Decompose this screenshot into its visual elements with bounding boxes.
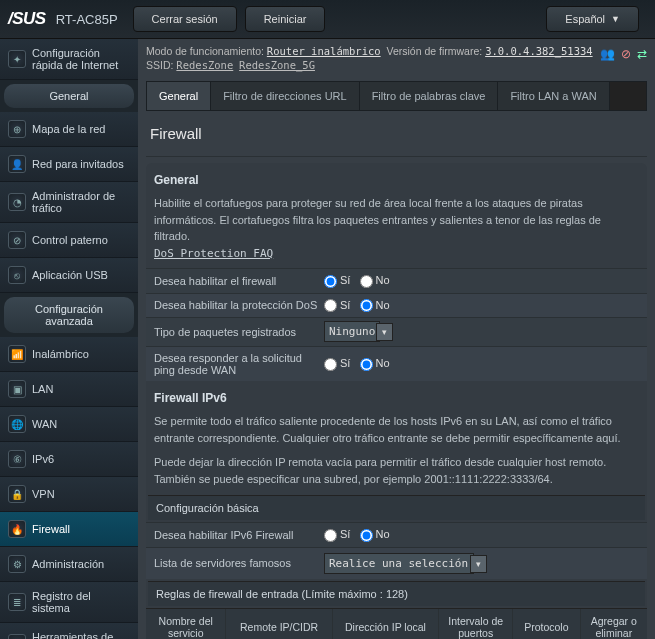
packet-type-label: Tipo de paquetes registrados	[154, 326, 324, 338]
inbound-rules-heading: Reglas de firewall de entrada (Límite má…	[148, 581, 645, 606]
col-protocol: Protocolo	[513, 609, 580, 639]
usb-icon: ⎋	[8, 266, 26, 284]
tab-lan-wan-filter[interactable]: Filtro LAN a WAN	[498, 82, 609, 110]
enable-dos-no[interactable]	[360, 299, 373, 312]
logout-button[interactable]: Cerrar sesión	[133, 6, 237, 32]
log-icon: ≣	[8, 593, 26, 611]
chevron-down-icon[interactable]: ▾	[470, 555, 487, 573]
mode-link[interactable]: Router inalámbrico	[267, 45, 381, 57]
tab-url-filter[interactable]: Filtro de direcciones URL	[211, 82, 360, 110]
map-icon: ⊕	[8, 120, 26, 138]
status-icon-3[interactable]: ⇄	[637, 47, 647, 61]
ipv6fw-yes[interactable]	[324, 529, 337, 542]
ipv6-icon: ⑥	[8, 450, 26, 468]
tab-general[interactable]: General	[147, 82, 211, 110]
vpn-icon: 🔒	[8, 485, 26, 503]
sidebar-item-wan[interactable]: 🌐WAN	[0, 407, 138, 442]
sidebar-item-usb-app[interactable]: ⎋Aplicación USB	[0, 258, 138, 293]
ping-response-label: Desea responder a la solicitud ping desd…	[154, 352, 324, 376]
wan-icon: 🌐	[8, 415, 26, 433]
general-description: Habilite el cortafuegos para proteger su…	[146, 193, 647, 268]
sidebar-item-ipv6[interactable]: ⑥IPv6	[0, 442, 138, 477]
ipv6-description-2: Puede dejar la dirección IP remota vacía…	[146, 452, 647, 493]
ipv6-fw-heading: Firewall IPv6	[146, 381, 647, 411]
sidebar-header-general: General	[4, 84, 134, 108]
wifi-icon: 📶	[8, 345, 26, 363]
enable-firewall-label: Desea habilitar el firewall	[154, 275, 324, 287]
brand-logo: /SUS	[8, 9, 46, 29]
page-title: Firewall	[146, 111, 647, 157]
sidebar: ✦Configuración rápida de Internet Genera…	[0, 39, 138, 639]
sidebar-item-net-tools[interactable]: ✎Herramientas de red	[0, 623, 138, 639]
sidebar-item-firewall[interactable]: 🔥Firewall	[0, 512, 138, 547]
status-icon-2[interactable]: ⊘	[621, 47, 631, 61]
sidebar-item-network-map[interactable]: ⊕Mapa de la red	[0, 112, 138, 147]
sidebar-item-parental[interactable]: ⊘Control paterno	[0, 223, 138, 258]
lan-icon: ▣	[8, 380, 26, 398]
tab-keyword-filter[interactable]: Filtro de palabras clave	[360, 82, 499, 110]
gear-icon: ⚙	[8, 555, 26, 573]
ipv6fw-no[interactable]	[360, 529, 373, 542]
famous-servers-select[interactable]: Realice una selección	[324, 553, 474, 574]
basic-config-heading: Configuración básica	[148, 495, 645, 520]
language-label: Español	[565, 13, 605, 25]
chevron-down-icon: ▼	[611, 14, 620, 24]
tab-bar: General Filtro de direcciones URL Filtro…	[146, 81, 647, 111]
sidebar-header-advanced: Configuración avanzada	[4, 297, 134, 333]
general-heading: General	[146, 163, 647, 193]
col-add-remove: Agregar o eliminar	[581, 609, 647, 639]
sidebar-item-syslog[interactable]: ≣Registro del sistema	[0, 582, 138, 623]
tools-icon: ✎	[8, 634, 26, 639]
packet-type-select[interactable]: Ninguno	[324, 321, 380, 342]
reboot-button[interactable]: Reiniciar	[245, 6, 326, 32]
traffic-icon: ◔	[8, 193, 26, 211]
sidebar-item-traffic-mgr[interactable]: ◔Administrador de tráfico	[0, 182, 138, 223]
firmware-link[interactable]: 3.0.0.4.382_51334	[485, 45, 592, 57]
ping-no[interactable]	[360, 358, 373, 371]
col-service: Nombre del servicio	[146, 609, 226, 639]
ping-yes[interactable]	[324, 358, 337, 371]
guest-icon: 👤	[8, 155, 26, 173]
sidebar-item-admin[interactable]: ⚙Administración	[0, 547, 138, 582]
ipv6-description-1: Se permite todo el tráfico saliente proc…	[146, 411, 647, 452]
col-port-range: Intervalo de puertos	[439, 609, 513, 639]
enable-firewall-no[interactable]	[360, 275, 373, 288]
language-button[interactable]: Español ▼	[546, 6, 639, 32]
col-remote-ip: Remote IP/CIDR	[226, 609, 332, 639]
chevron-down-icon[interactable]: ▾	[376, 323, 393, 341]
sidebar-item-vpn[interactable]: 🔒VPN	[0, 477, 138, 512]
globe-icon: ✦	[8, 50, 26, 68]
enable-dos-yes[interactable]	[324, 299, 337, 312]
sidebar-item-lan[interactable]: ▣LAN	[0, 372, 138, 407]
sidebar-item-guest-network[interactable]: 👤Red para invitados	[0, 147, 138, 182]
enable-firewall-yes[interactable]	[324, 275, 337, 288]
ssid-line: SSID: RedesZone RedesZone_5G	[146, 59, 593, 71]
operation-mode-line: Modo de funcionamiento: Router inalámbri…	[146, 45, 593, 57]
famous-servers-label: Lista de servidores famosos	[154, 557, 324, 569]
firewall-icon: 🔥	[8, 520, 26, 538]
dos-faq-link[interactable]: DoS Protection FAQ	[154, 247, 273, 260]
enable-dos-label: Desea habilitar la protección DoS	[154, 299, 324, 311]
parental-icon: ⊘	[8, 231, 26, 249]
sidebar-item-quick-setup[interactable]: ✦Configuración rápida de Internet	[0, 39, 138, 80]
enable-ipv6-fw-label: Desea habilitar IPv6 Firewall	[154, 529, 324, 541]
sidebar-item-wireless[interactable]: 📶Inalámbrico	[0, 337, 138, 372]
model-label: RT-AC85P	[56, 12, 118, 27]
col-local-ip: Dirección IP local	[333, 609, 439, 639]
status-icon-1[interactable]: 👥	[600, 47, 615, 61]
